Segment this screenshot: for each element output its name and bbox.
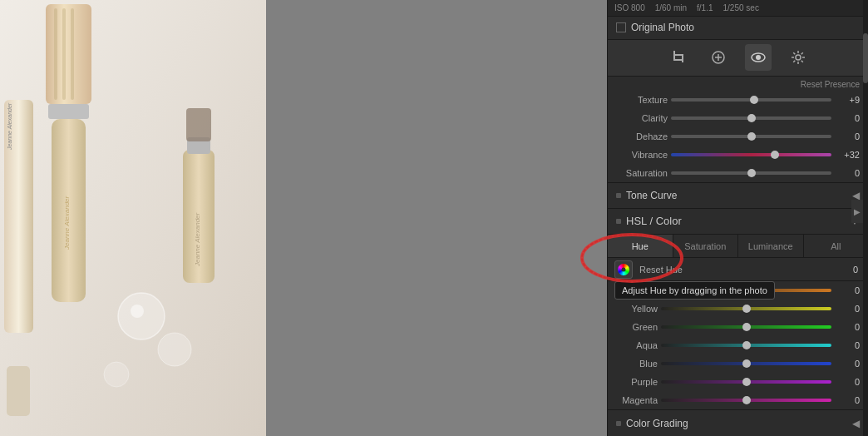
vibrance-value: +32 — [835, 150, 860, 160]
hsl-indicator — [616, 219, 621, 224]
clarity-label: Clarity — [616, 113, 668, 123]
saturation-track[interactable] — [671, 171, 831, 175]
dehaze-label: Dehaze — [616, 131, 668, 141]
scrollbar[interactable] — [863, 0, 868, 436]
scroll-thumb[interactable] — [863, 33, 868, 83]
svg-rect-12 — [7, 366, 30, 416]
tone-curve-section[interactable]: Tone Curve ◀ — [608, 182, 868, 209]
purple-track[interactable] — [661, 380, 831, 384]
clarity-row: Clarity 0 — [608, 109, 868, 127]
expand-arrow-icon: ▶ — [854, 207, 861, 216]
tab-luminance[interactable]: Luminance — [738, 235, 804, 257]
yellow-value: 0 — [835, 304, 860, 314]
texture-value: +9 — [835, 95, 860, 105]
hsl-tabs: Hue Saturation Luminance All — [608, 235, 868, 258]
color-grading-title: Color Grading — [626, 418, 688, 429]
svg-rect-8 — [48, 104, 89, 119]
vibrance-row: Vibrance +32 — [608, 146, 868, 164]
color-grading-arrow: ◀ — [852, 418, 860, 429]
status-bar: ISO 800 1/60 min f/1.1 1/250 sec — [608, 0, 868, 17]
hue-value-placeholder: 0 — [853, 265, 858, 275]
blue-row: Blue 0 — [608, 354, 868, 373]
aqua-row: Aqua 0 — [608, 336, 868, 354]
aqua-label: Aqua — [616, 340, 658, 350]
tone-curve-indicator — [616, 193, 621, 198]
svg-rect-27 — [673, 54, 683, 56]
original-photo-checkbox[interactable] — [616, 22, 626, 32]
hue-controls-row: Reset Hue Adjust Hue by dragging in the … — [608, 258, 868, 281]
tool-icons-row — [608, 40, 868, 77]
svg-text:Jeanne Alexander: Jeanne Alexander — [194, 212, 201, 267]
reset-hue-button[interactable]: Reset Hue — [639, 265, 683, 275]
magenta-label: Magenta — [616, 395, 658, 405]
svg-point-16 — [104, 362, 129, 387]
crop-icon[interactable] — [665, 44, 692, 71]
green-track[interactable] — [661, 325, 831, 329]
green-row: Green 0 — [608, 318, 868, 336]
svg-rect-4 — [46, 4, 91, 104]
saturation-label: Saturation — [616, 168, 668, 178]
clarity-value: 0 — [835, 113, 860, 123]
yellow-row: Yellow 0 — [608, 300, 868, 318]
redeye-icon[interactable] — [745, 44, 772, 71]
saturation-row: Saturation 0 — [608, 164, 868, 182]
hsl-title: HSL / Color — [626, 215, 682, 227]
purple-value: 0 — [835, 377, 860, 387]
svg-point-14 — [131, 305, 144, 318]
svg-point-30 — [756, 55, 761, 60]
exposure-value: 1/60 min — [655, 3, 687, 12]
tab-hue[interactable]: Hue — [608, 235, 673, 257]
aqua-value: 0 — [835, 340, 860, 350]
original-photo-label: Original Photo — [631, 22, 694, 33]
reset-presence-label[interactable]: Reset Presence — [608, 77, 868, 91]
magenta-row: Magenta 0 — [608, 391, 868, 409]
color-grading-section[interactable]: Color Grading ◀ — [608, 409, 868, 436]
blue-value: 0 — [835, 359, 860, 369]
texture-row: Texture +9 — [608, 91, 868, 109]
saturation-value: 0 — [835, 168, 860, 178]
svg-text:Jeanne Alexander: Jeanne Alexander — [63, 196, 71, 250]
texture-track[interactable] — [671, 98, 831, 102]
expand-panel-button[interactable]: ▶ — [851, 200, 863, 223]
photo-center — [266, 0, 607, 436]
green-value: 0 — [835, 322, 860, 332]
hue-tooltip: Adjust Hue by dragging in the photo — [614, 281, 775, 300]
original-photo-row[interactable]: Original Photo — [608, 17, 868, 40]
tab-saturation[interactable]: Saturation — [673, 235, 739, 257]
settings-icon[interactable] — [785, 44, 811, 71]
svg-rect-6 — [62, 8, 66, 100]
vibrance-track[interactable] — [671, 153, 831, 156]
color-grading-indicator — [616, 421, 621, 426]
tab-all[interactable]: All — [804, 235, 869, 257]
tone-curve-title: Tone Curve — [626, 190, 677, 201]
vibrance-label: Vibrance — [616, 150, 668, 160]
dehaze-track[interactable] — [671, 135, 831, 138]
svg-rect-7 — [71, 8, 74, 100]
orange-value: 0 — [835, 285, 860, 295]
magenta-track[interactable] — [661, 399, 831, 402]
hsl-color-section[interactable]: HSL / Color ▼ — [608, 209, 868, 235]
svg-rect-19 — [186, 108, 211, 141]
color-sliders: Orange 0 Yellow 0 Green 0 Aqua — [608, 281, 868, 409]
svg-point-15 — [158, 333, 191, 366]
clarity-track[interactable] — [671, 116, 831, 120]
dehaze-row: Dehaze 0 — [608, 127, 868, 146]
right-panel: ISO 800 1/60 min f/1.1 1/250 sec Origina… — [607, 0, 868, 436]
hue-picker-button[interactable] — [614, 260, 633, 279]
blue-track[interactable] — [661, 362, 831, 365]
blue-label: Blue — [616, 359, 658, 369]
magenta-value: 0 — [835, 395, 860, 405]
purple-row: Purple 0 — [608, 373, 868, 391]
iso-value: ISO 800 — [614, 3, 645, 12]
shutter-value: 1/250 sec — [723, 3, 759, 12]
svg-rect-3 — [0, 0, 266, 436]
dehaze-value: 0 — [835, 131, 860, 141]
hsl-left: HSL / Color — [616, 215, 682, 227]
color-grading-left: Color Grading — [616, 418, 688, 429]
svg-text:Jeanne Alexander: Jeanne Alexander — [7, 102, 12, 151]
svg-point-31 — [796, 55, 801, 60]
photo-left: Jeanne Alexander Jeanne Alexander Jeanne… — [0, 0, 266, 436]
aqua-track[interactable] — [661, 344, 831, 347]
heal-icon[interactable] — [705, 44, 732, 71]
yellow-track[interactable] — [661, 307, 831, 310]
